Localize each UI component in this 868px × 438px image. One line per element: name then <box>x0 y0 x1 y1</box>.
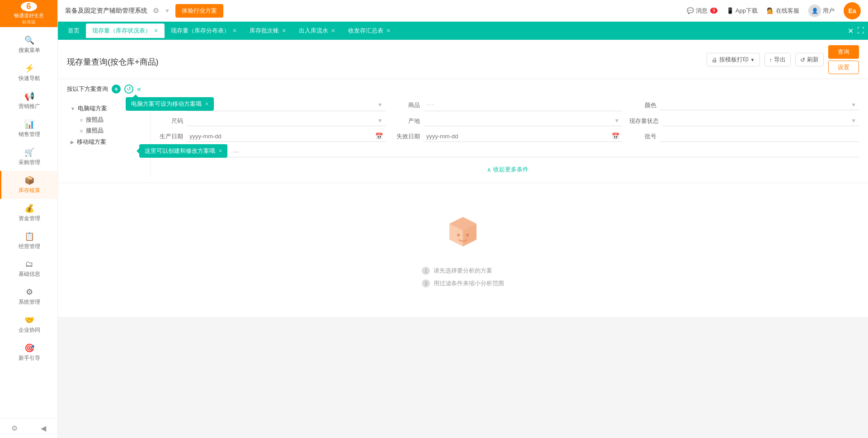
guide-icon: 🎯 <box>24 343 34 353</box>
header-support[interactable]: 💁 在线客服 <box>767 7 799 15</box>
expire-date-calendar-icon[interactable]: 📅 <box>612 132 619 140</box>
batch-no-input[interactable] <box>660 131 859 142</box>
sidebar-item-label: 企业协同 <box>19 326 40 334</box>
pc-scheme-label: 电脑端方案 <box>78 104 107 113</box>
user-initials-badge: Ea <box>844 2 861 19</box>
collapse-sidebar-icon[interactable]: ◀ <box>41 424 46 433</box>
tab-label: 现存量（库存分布表） <box>171 27 230 35</box>
tab-in-out-flow[interactable]: 出入库流水 ✕ <box>292 24 342 38</box>
sidebar-item-enterprise[interactable]: 🤝 企业协同 <box>0 311 57 339</box>
refresh-label: 刷新 <box>807 56 819 64</box>
system-name: 装备及固定资产辅助管理系统 <box>65 7 147 15</box>
color-label: 颜色 <box>629 101 656 109</box>
top-header: 装备及固定资产辅助管理系统 ⚙ ▼ 体验行业方案 💬 消息 9 📱 App下载 … <box>58 0 868 22</box>
produce-date-calendar-icon[interactable]: 📅 <box>375 132 383 140</box>
sidebar-item-operation[interactable]: 📋 经营管理 <box>0 227 57 255</box>
export-btn[interactable]: ↑ 导出 <box>764 53 791 66</box>
sidebar-item-quick-nav[interactable]: ⚡ 快速导航 <box>0 59 57 87</box>
sidebar-item-basic[interactable]: 🗂 基础信息 <box>0 255 57 283</box>
user-label: 用户 <box>823 7 835 15</box>
tab-close-icon[interactable]: ✕ <box>232 28 237 34</box>
print-dropdown-icon: ▼ <box>750 57 755 62</box>
reset-btn[interactable]: 设置 <box>828 61 859 74</box>
finance-icon: 💰 <box>24 203 34 213</box>
empty-state: 1 请先选择要分析的方案 2 用过滤条件来缩小分析范围 <box>58 183 868 317</box>
header-app-download[interactable]: 📱 App下载 <box>726 7 758 15</box>
inv-qty-to[interactable] <box>241 146 277 157</box>
tab-label: 收发存汇总表 <box>348 27 383 35</box>
sidebar-item-label: 营销推广 <box>19 103 40 110</box>
system-icon: ⚙ <box>26 287 33 297</box>
tooltip-text-2: 这里可以创建和修改方案哦 <box>145 147 215 155</box>
tab-close-icon[interactable]: ✕ <box>331 28 335 34</box>
filter-field-expire-date: 失效日期 📅 <box>393 131 623 142</box>
empty-text: 1 请先选择要分析的方案 2 用过滤条件来缩小分析范围 <box>422 264 504 290</box>
collapse-filter-btn[interactable]: ∧ 收起更多条件 <box>156 162 859 177</box>
tab-batch-account[interactable]: 库存批次账 ✕ <box>243 24 292 38</box>
warehouse-select[interactable]: ··· ▼ <box>187 99 386 111</box>
pc-scheme-sub-item-1[interactable]: ■ 按照品 <box>76 114 148 125</box>
tooltip-scheme-mobile: 电脑方案可设为移动方案哦 × <box>126 97 214 111</box>
header-user[interactable]: 👤 用户 <box>808 5 835 17</box>
color-select[interactable]: ▼ <box>660 100 859 110</box>
expire-date-input[interactable]: 📅 <box>424 131 623 142</box>
query-btn[interactable]: 查询 <box>828 45 859 59</box>
produce-date-field[interactable] <box>189 133 373 140</box>
refresh-scheme-btn[interactable]: ↺ <box>124 85 133 94</box>
tooltip-close-btn-2[interactable]: × <box>219 148 222 154</box>
header-dropdown-icon[interactable]: ▼ <box>165 8 170 14</box>
tab-close-icon[interactable]: ✕ <box>154 28 158 34</box>
tab-inventory-dist[interactable]: 现存量（库存分布表） ✕ <box>165 24 243 38</box>
sidebar-item-marketing[interactable]: 📢 营销推广 <box>0 87 57 115</box>
tab-inventory-status[interactable]: 现存量（库存状况表） ✕ <box>86 24 165 38</box>
inv-status-arrow-icon: ▼ <box>851 118 856 124</box>
sidebar-item-purchase[interactable]: 🛒 采购管理 <box>0 143 57 171</box>
search-icon: 🔍 <box>24 35 34 45</box>
tab-close-icon[interactable]: ✕ <box>386 28 391 34</box>
sidebar-item-inventory[interactable]: 📦 库存核算 <box>0 171 57 199</box>
mobile-scheme-item[interactable]: ▶ 移动端方案 <box>67 136 148 148</box>
pc-scheme-sub-item-2[interactable]: ■ 接照品 <box>76 125 148 136</box>
header-message[interactable]: 💬 消息 9 <box>687 7 717 15</box>
sidebar-item-guide[interactable]: 🎯 新手引导 <box>0 339 57 367</box>
header-settings-icon[interactable]: ⚙ <box>153 6 159 15</box>
size-select[interactable]: ▼ <box>187 116 386 126</box>
filter-field-size: 尺码 ▼ <box>156 116 386 126</box>
tab-home[interactable]: 首页 <box>61 24 86 38</box>
tab-recv-send[interactable]: 收发存汇总表 ✕ <box>342 24 397 38</box>
settings-bottom-icon[interactable]: ⚙ <box>11 424 18 433</box>
tooltip-close-btn[interactable]: × <box>205 101 208 107</box>
tab-expand-icon[interactable]: ⛶ <box>857 27 864 35</box>
tab-bar: 首页 现存量（库存状况表） ✕ 现存量（库存分布表） ✕ 库存批次账 ✕ 出入库… <box>58 22 868 40</box>
batch-no-label: 批号 <box>629 132 656 141</box>
produce-date-input[interactable]: 📅 <box>187 131 386 142</box>
basic-icon: 🗂 <box>25 259 33 269</box>
experience-btn[interactable]: 体验行业方案 <box>175 4 223 18</box>
empty-hint-2: 2 用过滤条件来缩小分析范围 <box>422 277 504 290</box>
origin-select[interactable]: ▼ <box>424 116 623 126</box>
filter-field-origin: 产地 ▼ <box>393 116 623 126</box>
arrow-scheme-btn[interactable]: « <box>137 85 141 93</box>
print-template-btn[interactable]: 🖨 按模板打印 ▼ <box>707 53 760 66</box>
product-select[interactable]: ··· <box>424 99 623 111</box>
refresh-btn[interactable]: ↺ 刷新 <box>795 53 824 66</box>
sidebar-item-finance[interactable]: 💰 资金管理 <box>0 199 57 227</box>
tab-label: 库存批次账 <box>250 27 279 35</box>
sub-item-bullet: ■ <box>80 117 83 123</box>
add-scheme-btn[interactable]: + <box>112 85 121 94</box>
chevron-up-icon: ∧ <box>487 166 491 173</box>
filter-row-4: 现存量（主） — <box>156 146 859 157</box>
produce-date-label: 生产日期 <box>156 132 183 141</box>
sidebar-item-system[interactable]: ⚙ 系统管理 <box>0 283 57 311</box>
expire-date-field[interactable] <box>426 133 609 140</box>
sidebar-item-sales[interactable]: 📊 销售管理 <box>0 115 57 143</box>
origin-arrow-icon: ▼ <box>614 118 619 124</box>
sidebar-item-search[interactable]: 🔍 搜索菜单 <box>0 31 57 59</box>
sidebar-item-label: 快速导航 <box>19 75 40 82</box>
size-label: 尺码 <box>156 117 183 125</box>
inv-status-select[interactable]: ▼ <box>662 116 859 126</box>
sidebar-item-label: 采购管理 <box>19 159 40 166</box>
logo-text: 畅通道好生意 <box>14 12 44 19</box>
tab-close-all-icon[interactable]: ✕ <box>848 27 854 35</box>
tab-close-icon[interactable]: ✕ <box>282 28 286 34</box>
